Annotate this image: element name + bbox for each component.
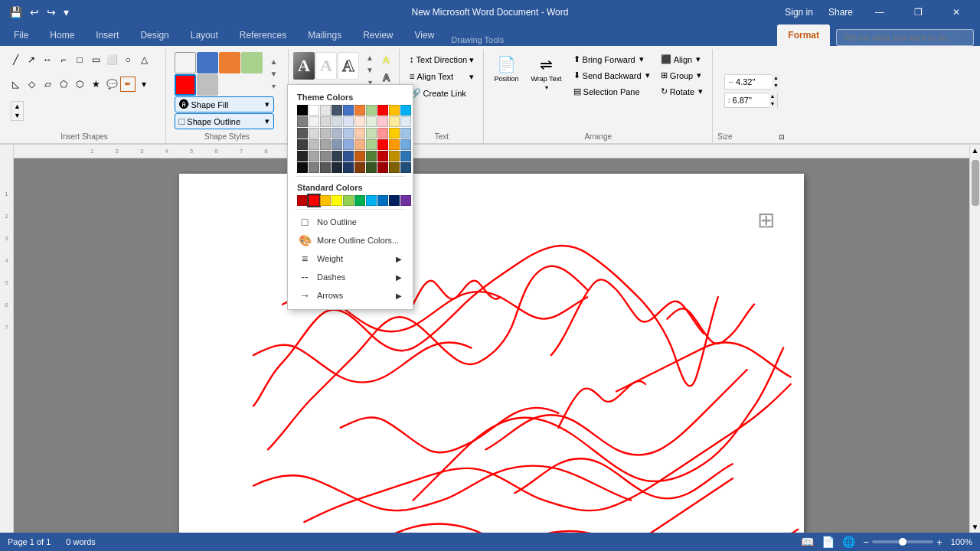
swatch-black[interactable]: [297, 105, 308, 116]
std-swatch-3[interactable]: [320, 195, 331, 206]
swatch-green[interactable]: [366, 105, 377, 116]
swatch-3-1[interactable]: [297, 128, 308, 139]
width-input[interactable]: ↔ ▲ ▼: [724, 74, 778, 90]
swatch-4-3[interactable]: [320, 139, 331, 150]
swatch-6-6[interactable]: [354, 162, 365, 173]
tab-insert[interactable]: Insert: [85, 24, 129, 46]
tab-format[interactable]: Format: [777, 24, 830, 46]
swatch-3-2[interactable]: [309, 128, 319, 139]
zoom-thumb[interactable]: [899, 538, 906, 546]
swatch-2-7[interactable]: [366, 116, 377, 127]
swatch-2-2[interactable]: [309, 116, 319, 127]
rect-tool[interactable]: □: [72, 52, 87, 67]
text-outline-button[interactable]: A: [378, 70, 394, 86]
std-swatch-1[interactable]: [297, 195, 308, 206]
styles-down[interactable]: ▼: [268, 68, 280, 80]
swatch-2-5[interactable]: [343, 116, 354, 127]
std-swatch-8[interactable]: [377, 195, 388, 206]
weight-item[interactable]: ≡ Weight ▶: [291, 249, 410, 268]
tab-home[interactable]: Home: [39, 24, 85, 46]
swatch-cyan[interactable]: [400, 105, 411, 116]
std-swatch-9[interactable]: [389, 195, 400, 206]
close-button[interactable]: ✕: [939, 0, 974, 24]
swatch-6-4[interactable]: [332, 162, 342, 173]
swatch-5-8[interactable]: [377, 151, 388, 161]
dashes-item[interactable]: -- Dashes ▶: [291, 268, 410, 286]
swatch-red[interactable]: [377, 105, 388, 116]
swatch-3-5[interactable]: [343, 128, 354, 139]
wordart-style-3[interactable]: A: [338, 52, 359, 80]
swatch-4-6[interactable]: [354, 139, 365, 150]
swatch-6-5[interactable]: [343, 162, 354, 173]
redo-button[interactable]: ↪: [44, 5, 59, 20]
swatch-4-7[interactable]: [366, 139, 377, 150]
swatch-orange[interactable]: [354, 105, 365, 116]
std-swatch-6[interactable]: [354, 195, 365, 206]
scroll-down[interactable]: ▼: [970, 521, 980, 533]
std-swatch-10[interactable]: [400, 195, 411, 206]
style-green[interactable]: [241, 52, 263, 73]
tab-file[interactable]: File: [3, 24, 39, 46]
customize-button[interactable]: ▾: [60, 5, 72, 20]
hex-tool[interactable]: ⬡: [72, 77, 87, 92]
arrows-item[interactable]: → Arrows ▶: [291, 286, 410, 305]
wordart-down[interactable]: ▼: [364, 64, 376, 76]
swatch-2-1[interactable]: [297, 116, 308, 127]
swatch-5-5[interactable]: [343, 151, 354, 161]
swatch-2-3[interactable]: [320, 116, 331, 127]
group-button[interactable]: ⊞ Group ▾: [656, 68, 707, 83]
style-orange[interactable]: [219, 52, 240, 73]
wordart-style-2[interactable]: A: [315, 52, 337, 80]
styles-up[interactable]: ▲: [268, 56, 280, 67]
tab-references[interactable]: References: [229, 24, 297, 46]
std-swatch-7[interactable]: [366, 195, 377, 206]
text-direction-button[interactable]: ↕ Text Direction ▾: [405, 52, 479, 67]
selection-pane-button[interactable]: ▤ Selection Pane: [569, 84, 655, 99]
swatch-6-1[interactable]: [297, 162, 308, 173]
swatch-3-8[interactable]: [377, 128, 388, 139]
width-down[interactable]: ▼: [772, 82, 780, 90]
align-button[interactable]: ⬛ Align ▾: [656, 52, 707, 67]
std-swatch-5[interactable]: [343, 195, 354, 206]
swatch-6-2[interactable]: [309, 162, 319, 173]
diamond-tool[interactable]: ◇: [24, 77, 39, 92]
wordart-up[interactable]: ▲: [364, 52, 376, 64]
style-gray[interactable]: [197, 74, 218, 96]
zoom-slider[interactable]: [872, 540, 933, 543]
swatch-3-10[interactable]: [400, 128, 411, 139]
tab-design[interactable]: Design: [129, 24, 179, 46]
std-swatch-4[interactable]: [332, 195, 342, 206]
position-button[interactable]: 📄 Position: [488, 52, 524, 86]
tab-review[interactable]: Review: [352, 24, 403, 46]
snip-rect-tool[interactable]: ⬜: [104, 52, 119, 67]
std-swatch-2[interactable]: [309, 195, 319, 206]
height-value[interactable]: [733, 96, 767, 105]
swatch-4-4[interactable]: [332, 139, 342, 150]
more-shapes[interactable]: ▾: [136, 77, 152, 92]
swatch-6-3[interactable]: [320, 162, 331, 173]
align-text-button[interactable]: ≡ Align Text ▾: [405, 69, 479, 84]
wrap-text-button[interactable]: ⇌ Wrap Text ▾: [525, 52, 567, 94]
swatch-4-8[interactable]: [377, 139, 388, 150]
zoom-in-button[interactable]: +: [936, 536, 942, 548]
swatch-white[interactable]: [309, 105, 319, 116]
layout-icon[interactable]: ⊞: [750, 204, 781, 235]
arrow-tool[interactable]: ↗: [24, 52, 39, 67]
swatch-3-9[interactable]: [389, 128, 400, 139]
swatch-2-4[interactable]: [332, 116, 342, 127]
rotate-button[interactable]: ↻ Rotate ▾: [656, 84, 707, 99]
text-fill-button[interactable]: A: [378, 52, 394, 68]
swatch-lightgray[interactable]: [320, 105, 331, 116]
width-up[interactable]: ▲: [772, 74, 780, 82]
swatch-6-7[interactable]: [366, 162, 377, 173]
shape-outline-button[interactable]: □ Shape Outline ▾: [175, 113, 274, 129]
callout-tool[interactable]: 💬: [104, 77, 119, 92]
size-dialog-launcher[interactable]: ⊡: [779, 133, 785, 141]
tab-view[interactable]: View: [404, 24, 446, 46]
height-up[interactable]: ▲: [769, 93, 777, 100]
swatch-5-3[interactable]: [320, 151, 331, 161]
shapes-scroll[interactable]: ▲ ▼: [11, 101, 24, 121]
height-down[interactable]: ▼: [769, 100, 777, 108]
minimize-button[interactable]: —: [862, 0, 897, 24]
pentagon-tool[interactable]: ⬠: [56, 77, 71, 92]
